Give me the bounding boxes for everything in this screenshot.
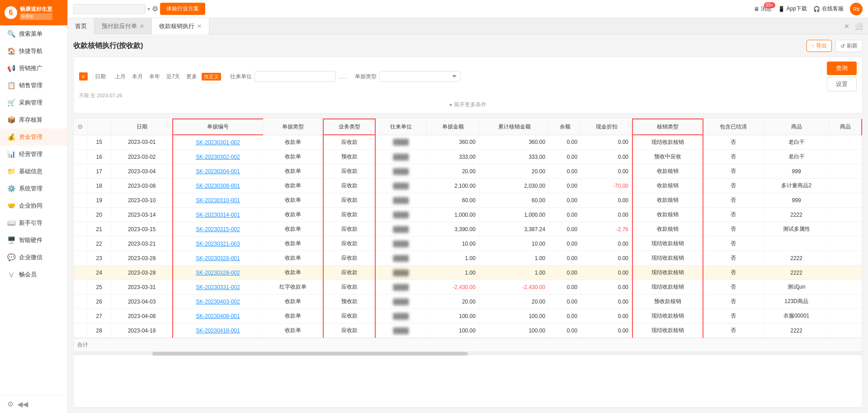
- table-cell: 3,390.00: [426, 222, 479, 237]
- scrollbar-thumb[interactable]: [152, 352, 468, 356]
- table-cell: 0.00: [581, 251, 632, 266]
- partner-input[interactable]: [255, 71, 336, 82]
- doc-no-link[interactable]: SK-20230302-002: [196, 154, 240, 160]
- table-cell: [829, 266, 862, 280]
- th-offset-type: 核销类型: [632, 119, 703, 135]
- table-cell: 应收款: [323, 179, 375, 193]
- sidebar-item-basic[interactable]: 📁 基础信息: [0, 163, 67, 180]
- doc-no-link[interactable]: SK-20230328-001: [196, 255, 240, 261]
- page-actions: ↑ 导出 ↺ 刷新: [807, 40, 863, 52]
- table-cell: 0.00: [549, 323, 581, 338]
- sidebar-item-member[interactable]: V 畅会员: [0, 266, 67, 283]
- date-this-month[interactable]: 本月: [130, 72, 145, 81]
- industry-solution-button[interactable]: 体验行业方案: [160, 3, 205, 15]
- table-cell: 现结收款核销: [632, 135, 703, 150]
- doc-no-link[interactable]: SK-20230328-002: [196, 270, 240, 276]
- date-last-month[interactable]: 上月: [113, 72, 127, 81]
- sidebar-item-inventory[interactable]: 📦 库存核算: [0, 111, 67, 128]
- th-include-settled: 包含已结清: [703, 119, 764, 135]
- table-cell: 360.00: [479, 135, 549, 150]
- table-cell: SK-20230331-002: [173, 280, 263, 294]
- tab-collection-close[interactable]: ✕: [197, 23, 202, 29]
- table-cell: 123D商品: [764, 294, 829, 309]
- online-service-button[interactable]: 🎧 在线客服: [813, 5, 844, 13]
- date-custom-button[interactable]: 自定义: [202, 73, 221, 81]
- table-cell: 收款核销: [632, 164, 703, 179]
- doc-no-link[interactable]: SK-20230403-002: [196, 299, 240, 305]
- sidebar-item-quicknav[interactable]: 🏠 快捷导航: [0, 43, 67, 60]
- doc-no-link[interactable]: SK-20230315-002: [196, 226, 240, 233]
- doc-no-link[interactable]: SK-20230418-001: [196, 328, 240, 334]
- table-row: 152023-03-01SK-20230301-002收款单应收款████360…: [74, 135, 862, 150]
- gear-icon[interactable]: ⚙: [152, 5, 158, 13]
- chat-icon: 💬: [7, 253, 15, 261]
- avatar[interactable]: Rit: [850, 3, 863, 15]
- sidebar-item-system[interactable]: ⚙️ 系统管理: [0, 180, 67, 197]
- receipt-type-select[interactable]: [379, 71, 461, 82]
- sidebar-item-weixin[interactable]: 💬 企业微信: [0, 249, 67, 266]
- tab-prepay-close[interactable]: ✕: [140, 23, 144, 29]
- sidebar-item-finance[interactable]: 💰 资金管理: [0, 128, 67, 146]
- table-cell: 现结收款核销: [632, 280, 703, 294]
- message-button[interactable]: 🖥 消息 99+: [754, 5, 772, 13]
- table-cell: [74, 251, 87, 266]
- table-cell: [74, 323, 87, 338]
- expand-more-button[interactable]: ▾ 展开更多条件: [79, 101, 857, 109]
- tabbar-controls: ✕ ⬜: [842, 22, 868, 31]
- table-cell: 否: [703, 222, 764, 237]
- doc-no-link[interactable]: SK-20230301-002: [196, 139, 240, 146]
- table-cell: 0.00: [581, 309, 632, 323]
- breadcrumb: ▾ ⚙ 体验行业方案: [73, 3, 750, 15]
- sidebar-item-search[interactable]: 🔍 搜索菜单: [0, 25, 67, 43]
- app-download-button[interactable]: 📱 App下载: [778, 5, 807, 13]
- monitor-icon: 🖥️: [7, 236, 15, 244]
- tab-home[interactable]: 首页: [68, 18, 94, 34]
- table-cell: 0.00: [549, 266, 581, 280]
- sidebar-bottom: ⚙ ◀◀: [0, 395, 67, 413]
- table-row: 202023-03-14SK-20230314-001收款单应收款████1,0…: [74, 208, 862, 222]
- doc-no-link[interactable]: SK-20230308-001: [196, 183, 240, 189]
- member-icon: V: [7, 271, 15, 279]
- page-container: 收款核销执行(按收款) ↑ 导出 ↺ 刷新 » 日期 上月 本月: [68, 34, 868, 413]
- export-button[interactable]: ↑ 导出: [807, 40, 832, 52]
- table-cell: 3,387.24: [479, 222, 549, 237]
- table-cell: 0.00: [581, 294, 632, 309]
- more-options-dots[interactable]: ...: [339, 72, 347, 81]
- maximize-icon[interactable]: ⬜: [853, 22, 864, 31]
- table-row: 222023-03-21SK-20230321-003收款单应收款████10.…: [74, 237, 862, 251]
- sidebar-item-purchase[interactable]: 🛒 采购管理: [0, 94, 67, 111]
- search-input[interactable]: [73, 4, 146, 14]
- cart-icon: 🛒: [7, 99, 15, 107]
- column-settings-icon[interactable]: ⚙: [77, 123, 83, 130]
- refresh-button[interactable]: ↺ 刷新: [835, 40, 863, 52]
- sidebar-item-hardware[interactable]: 🖥️ 智能硬件: [0, 232, 67, 249]
- collapse-icon[interactable]: ◀◀: [17, 400, 28, 408]
- sidebar-item-guide[interactable]: 📖 新手引导: [0, 214, 67, 232]
- table-cell: 999: [764, 193, 829, 208]
- settings-button[interactable]: 设置: [827, 77, 857, 91]
- sidebar-item-enterprise[interactable]: 🤝 企业协同: [0, 197, 67, 214]
- doc-no-link[interactable]: SK-20230310-001: [196, 197, 240, 204]
- tab-collection[interactable]: 收款核销执行 ✕: [152, 18, 209, 34]
- table-cell: 衣服00001: [764, 309, 829, 323]
- doc-no-link[interactable]: SK-20230304-001: [196, 168, 240, 175]
- horizontal-scrollbar[interactable]: [74, 351, 862, 355]
- sidebar-item-sales[interactable]: 📋 销售管理: [0, 77, 67, 94]
- doc-no-link[interactable]: SK-20230331-002: [196, 284, 240, 290]
- sidebar-item-marketing[interactable]: 📢 营销推广: [0, 60, 67, 77]
- th-doc-type: 单据类型: [263, 119, 323, 135]
- doc-no-link[interactable]: SK-20230314-001: [196, 212, 240, 218]
- doc-no-link[interactable]: SK-20230321-003: [196, 241, 240, 247]
- tab-prepay[interactable]: 预付款应付单 ✕: [94, 18, 152, 34]
- close-tab-icon[interactable]: ✕: [842, 22, 851, 31]
- sidebar-item-operation[interactable]: 📊 经营管理: [0, 146, 67, 163]
- date-7days[interactable]: 近7天: [165, 72, 182, 81]
- filter-toggle-button[interactable]: »: [79, 72, 88, 81]
- settings-bottom-icon[interactable]: ⚙: [7, 400, 14, 408]
- doc-no-link[interactable]: SK-20230408-001: [196, 313, 240, 319]
- date-this-year[interactable]: 本年: [147, 72, 162, 81]
- table-cell: 0.00: [549, 135, 581, 150]
- date-more[interactable]: 更多: [184, 72, 199, 81]
- query-button[interactable]: 查询: [827, 62, 857, 75]
- table-cell: SK-20230321-003: [173, 237, 263, 251]
